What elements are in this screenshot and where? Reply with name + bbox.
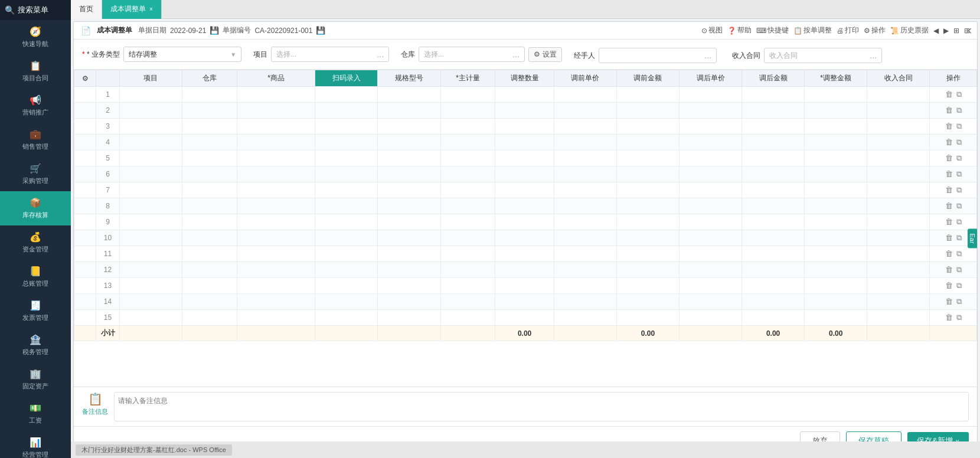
table-cell[interactable] xyxy=(616,182,679,198)
table-cell[interactable] xyxy=(867,135,930,151)
window-close-button[interactable]: ✕ xyxy=(965,25,972,37)
table-cell[interactable] xyxy=(378,103,440,119)
table-cell[interactable] xyxy=(315,119,378,135)
th-goods[interactable]: *商品 xyxy=(237,70,315,87)
table-cell[interactable] xyxy=(440,278,495,294)
table-cell[interactable] xyxy=(378,246,440,262)
table-cell[interactable] xyxy=(679,262,741,278)
tab-close-icon[interactable]: × xyxy=(149,6,153,12)
history-action[interactable]: 📜 历史票据 xyxy=(890,25,929,35)
table-cell[interactable] xyxy=(182,262,237,278)
table-cell[interactable] xyxy=(237,151,315,166)
table-cell[interactable] xyxy=(119,294,182,310)
row-delete-btn[interactable]: 🗑 xyxy=(943,169,955,179)
table-cell[interactable] xyxy=(495,87,554,103)
table-cell[interactable] xyxy=(554,246,616,262)
table-cell[interactable] xyxy=(237,214,315,230)
row-delete-btn[interactable]: 🗑 xyxy=(943,296,955,306)
table-cell[interactable] xyxy=(742,135,805,151)
nav-next[interactable]: ▶ xyxy=(943,27,949,35)
table-cell[interactable] xyxy=(554,262,616,278)
table-cell[interactable] xyxy=(440,294,495,310)
th-after-amt[interactable]: 调后金额 xyxy=(742,70,805,87)
table-cell[interactable] xyxy=(315,214,378,230)
table-cell[interactable] xyxy=(554,294,616,310)
th-unit[interactable]: *主计量 xyxy=(440,70,495,87)
row-copy-btn[interactable]: ⧉ xyxy=(955,248,963,259)
table-cell[interactable] xyxy=(237,166,315,182)
th-income[interactable]: 收入合同 xyxy=(867,70,930,87)
table-cell[interactable] xyxy=(495,119,554,135)
table-cell[interactable] xyxy=(616,119,679,135)
table-cell[interactable] xyxy=(554,87,616,103)
table-cell[interactable] xyxy=(616,87,679,103)
table-cell[interactable] xyxy=(616,278,679,294)
table-cell[interactable] xyxy=(867,166,930,182)
row-delete-btn[interactable]: 🗑 xyxy=(943,105,955,115)
table-cell[interactable] xyxy=(495,166,554,182)
table-cell[interactable] xyxy=(440,198,495,214)
table-cell[interactable] xyxy=(679,278,741,294)
table-cell[interactable] xyxy=(378,135,440,151)
row-copy-btn[interactable]: ⧉ xyxy=(955,89,963,100)
table-cell[interactable] xyxy=(119,262,182,278)
table-cell[interactable] xyxy=(182,214,237,230)
row-delete-btn[interactable]: 🗑 xyxy=(943,217,955,227)
table-cell[interactable] xyxy=(805,230,867,246)
table-cell[interactable] xyxy=(378,214,440,230)
table-cell[interactable] xyxy=(742,230,805,246)
row-delete-btn[interactable]: 🗑 xyxy=(943,248,955,259)
row-copy-btn[interactable]: ⧉ xyxy=(955,105,963,116)
table-cell[interactable] xyxy=(679,103,741,119)
table-cell[interactable] xyxy=(805,135,867,151)
table-cell[interactable] xyxy=(742,246,805,262)
table-cell[interactable] xyxy=(679,294,741,310)
table-cell[interactable] xyxy=(495,230,554,246)
table-cell[interactable] xyxy=(742,310,805,326)
table-cell[interactable] xyxy=(440,182,495,198)
table-cell[interactable] xyxy=(495,214,554,230)
row-delete-btn[interactable]: 🗑 xyxy=(943,264,955,274)
th-config[interactable]: ⚙ xyxy=(74,70,96,87)
row-copy-btn[interactable]: ⧉ xyxy=(955,264,963,275)
table-cell[interactable] xyxy=(119,166,182,182)
table-cell[interactable] xyxy=(440,135,495,151)
table-cell[interactable] xyxy=(679,166,741,182)
sidebar-item-purchase[interactable]: 🛒 采购管理 xyxy=(0,157,71,191)
table-cell[interactable] xyxy=(378,151,440,166)
table-cell[interactable] xyxy=(182,230,237,246)
table-cell[interactable] xyxy=(679,246,741,262)
table-cell[interactable] xyxy=(119,230,182,246)
th-spec[interactable]: 规格型号 xyxy=(378,70,440,87)
table-cell[interactable] xyxy=(554,230,616,246)
table-cell[interactable] xyxy=(440,230,495,246)
sidebar-item-project[interactable]: 📋 项目合同 xyxy=(0,54,71,89)
table-cell[interactable] xyxy=(495,310,554,326)
table-cell[interactable] xyxy=(742,214,805,230)
sidebar-item-sales-promo[interactable]: 📢 营销推广 xyxy=(0,89,71,123)
table-cell[interactable] xyxy=(867,294,930,310)
table-cell[interactable] xyxy=(440,246,495,262)
table-cell[interactable] xyxy=(616,103,679,119)
table-cell[interactable] xyxy=(679,87,741,103)
table-cell[interactable] xyxy=(616,198,679,214)
th-before-amt[interactable]: 调前金额 xyxy=(616,70,679,87)
table-cell[interactable] xyxy=(119,119,182,135)
row-copy-btn[interactable]: ⧉ xyxy=(955,153,963,163)
table-cell[interactable] xyxy=(616,294,679,310)
row-copy-btn[interactable]: ⧉ xyxy=(955,201,963,211)
table-cell[interactable] xyxy=(440,103,495,119)
agent-input[interactable]: ... xyxy=(599,48,717,63)
sidebar-item-quick-nav[interactable]: 🧭 快速导航 xyxy=(0,20,71,54)
row-copy-btn[interactable]: ⧉ xyxy=(955,296,963,307)
table-cell[interactable] xyxy=(182,198,237,214)
sidebar-item-sales[interactable]: 💼 销售管理 xyxy=(0,123,71,157)
table-cell[interactable] xyxy=(805,87,867,103)
table-cell[interactable] xyxy=(378,262,440,278)
table-cell[interactable] xyxy=(554,310,616,326)
remarks-icon-btn[interactable]: 📋 备注信息 xyxy=(82,392,108,416)
table-cell[interactable] xyxy=(237,182,315,198)
table-cell[interactable] xyxy=(867,198,930,214)
table-cell[interactable] xyxy=(679,310,741,326)
tab-home[interactable]: 首页 xyxy=(71,0,102,19)
